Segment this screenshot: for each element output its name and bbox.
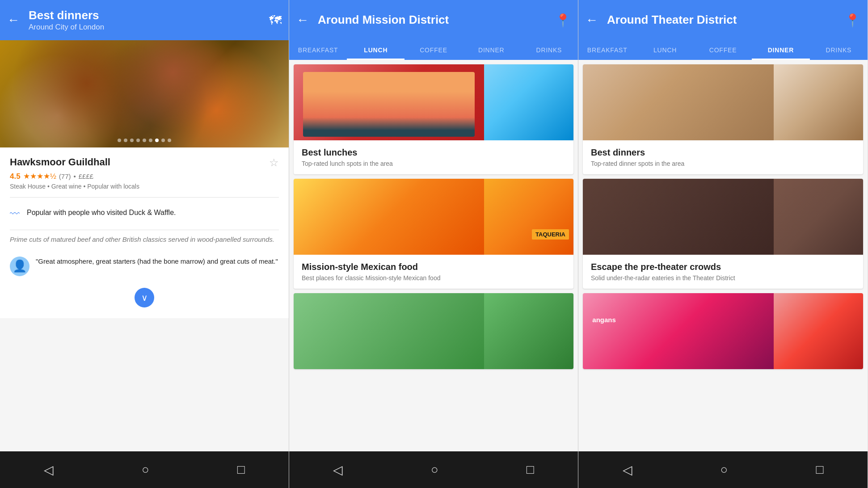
extra-photo-right-p3 (774, 293, 863, 369)
tab-drinks-p2[interactable]: DRINKS (520, 40, 578, 60)
recent-nav-icon[interactable]: □ (237, 463, 245, 477)
best-dinners-subtitle-p3: Top-rated dinner spots in the area (591, 160, 855, 167)
panel1-title: Best dinners (29, 8, 269, 22)
review-count: (77) (59, 172, 71, 180)
panel2-header: ← Around Mission District 📍 (289, 0, 578, 40)
p3-recent-nav[interactable]: □ (816, 463, 824, 477)
tab-breakfast-p3[interactable]: BREAKFAST (578, 40, 636, 60)
dot-1[interactable] (118, 139, 121, 142)
restaurant-description: Prime cuts of matured beef and other Bri… (10, 235, 279, 245)
extra-images-p3: angans (583, 293, 863, 369)
rating-score: 4.5 (10, 172, 21, 181)
back-button[interactable]: ← (7, 13, 20, 27)
panel3-content: Best dinners Top-rated dinner spots in t… (578, 60, 868, 451)
dot-2[interactable] (124, 139, 127, 142)
dot-7-active[interactable] (155, 139, 159, 142)
pre-theater-title: Escape the pre-theater crowds (591, 262, 855, 272)
panel2-title: Around Mission District (318, 13, 555, 27)
extra-card-p3[interactable]: angans (583, 293, 863, 369)
home-nav-icon[interactable]: ○ (142, 463, 149, 477)
p2-home-nav[interactable]: ○ (431, 463, 438, 477)
panel1-header: ← Best dinners Around City of London 🗺 (0, 0, 289, 40)
best-lunches-images (294, 64, 573, 140)
p2-back-button[interactable]: ← (296, 13, 309, 27)
dot-4[interactable] (136, 139, 140, 142)
panel-mission-district: ← Around Mission District 📍 BREAKFAST LU… (289, 0, 578, 488)
best-dinners-card-p3[interactable]: Best dinners Top-rated dinner spots in t… (583, 64, 863, 174)
angans-sign: angans (592, 316, 616, 324)
mexican-photo-left (294, 179, 484, 255)
trending-icon: 〰 (10, 208, 20, 220)
p3-back-nav[interactable]: ◁ (623, 463, 632, 477)
p2-recent-nav[interactable]: □ (527, 463, 534, 477)
review-row: 👤 "Great atmosphere, great starters (had… (10, 252, 279, 281)
best-dinners-images-p3 (583, 64, 863, 140)
tab-dinner-p3[interactable]: DINNER (752, 40, 809, 60)
expand-button[interactable]: ∨ (135, 288, 154, 307)
map-icon[interactable]: 🗺 (269, 13, 282, 28)
dot-6[interactable] (149, 139, 152, 142)
extra-card-p2[interactable] (294, 293, 573, 369)
tab-breakfast-p2[interactable]: BREAKFAST (289, 40, 347, 60)
tab-lunch-p3[interactable]: LUNCH (636, 40, 694, 60)
divider-2 (10, 230, 279, 230)
hero-image (0, 40, 289, 147)
panel2-tabs: BREAKFAST LUNCH COFFEE DINNER DRINKS (289, 40, 578, 60)
insight-row: 〰 Popular with people who visited Duck &… (10, 202, 279, 225)
panel3-tabs: BREAKFAST LUNCH COFFEE DINNER DRINKS (578, 40, 868, 60)
best-lunches-subtitle: Top-rated lunch spots in the area (302, 160, 565, 167)
review-text: "Great atmosphere, great starters (had t… (36, 257, 278, 267)
bookmark-icon[interactable]: ☆ (269, 156, 279, 169)
lunch-photo-left (294, 64, 484, 140)
avatar: 👤 (10, 257, 29, 276)
lunch-photo-right (484, 64, 573, 140)
extra-photo-right-p2 (484, 293, 573, 369)
price-level: • (74, 172, 76, 180)
person-icon: 👤 (13, 259, 27, 273)
panel-theater-district: ← Around Theater District 📍 BREAKFAST LU… (578, 0, 868, 488)
p2-header-title-group: Around Mission District (318, 13, 555, 27)
nav-bar-1: ◁ ○ □ (0, 451, 289, 488)
tab-coffee-p3[interactable]: COFFEE (694, 40, 752, 60)
dot-8[interactable] (161, 139, 165, 142)
dot-9[interactable] (168, 139, 171, 142)
mexican-food-card[interactable]: TAQUERIA Mission-style Mexican food Best… (294, 179, 573, 289)
mexican-food-subtitle: Best places for classic Mission-style Me… (302, 274, 565, 282)
p2-back-nav[interactable]: ◁ (333, 463, 343, 477)
panel3-title: Around Theater District (607, 13, 845, 27)
p3-home-nav[interactable]: ○ (721, 463, 728, 477)
p3-location-icon[interactable]: 📍 (845, 13, 860, 28)
pre-theater-photo-left (583, 179, 774, 255)
tab-dinner-p2[interactable]: DINNER (463, 40, 520, 60)
p2-location-icon[interactable]: 📍 (555, 13, 571, 28)
pre-theater-card[interactable]: Escape the pre-theater crowds Solid unde… (583, 179, 863, 289)
mexican-images: TAQUERIA (294, 179, 573, 255)
extra-photo-left-p2 (294, 293, 484, 369)
extra-images-p2 (294, 293, 573, 369)
dot-5[interactable] (143, 139, 146, 142)
dot-3[interactable] (130, 139, 134, 142)
insight-text: Popular with people who visited Duck & W… (27, 207, 176, 218)
back-nav-icon[interactable]: ◁ (44, 463, 54, 477)
best-lunches-info: Best lunches Top-rated lunch spots in th… (294, 140, 573, 174)
price-text: ££££ (79, 172, 93, 180)
nav-bar-3: ◁ ○ □ (578, 451, 868, 488)
tab-lunch-p2[interactable]: LUNCH (347, 40, 405, 60)
restaurant-tags: Steak House • Great wine • Popular with … (10, 183, 279, 190)
pre-theater-info: Escape the pre-theater crowds Solid unde… (583, 255, 863, 289)
pre-theater-photo-right (774, 179, 863, 255)
dinner-photo-right-p3 (774, 64, 863, 140)
tab-drinks-p3[interactable]: DRINKS (810, 40, 868, 60)
pre-theater-subtitle: Solid under-the-radar eateries in the Th… (591, 274, 855, 282)
p3-back-button[interactable]: ← (586, 13, 598, 27)
mexican-food-info: Mission-style Mexican food Best places f… (294, 255, 573, 289)
best-dinners-info-p3: Best dinners Top-rated dinner spots in t… (583, 140, 863, 174)
mexican-food-title: Mission-style Mexican food (302, 262, 565, 272)
restaurant-name: Hawksmoor Guildhall (10, 156, 110, 168)
best-lunches-card[interactable]: Best lunches Top-rated lunch spots in th… (294, 64, 573, 174)
panel1-subtitle: Around City of London (29, 23, 269, 32)
tab-coffee-p2[interactable]: COFFEE (405, 40, 462, 60)
mexican-photo-right: TAQUERIA (484, 179, 573, 255)
panel-best-dinners: ← Best dinners Around City of London 🗺 (0, 0, 289, 488)
divider-1 (10, 197, 279, 198)
